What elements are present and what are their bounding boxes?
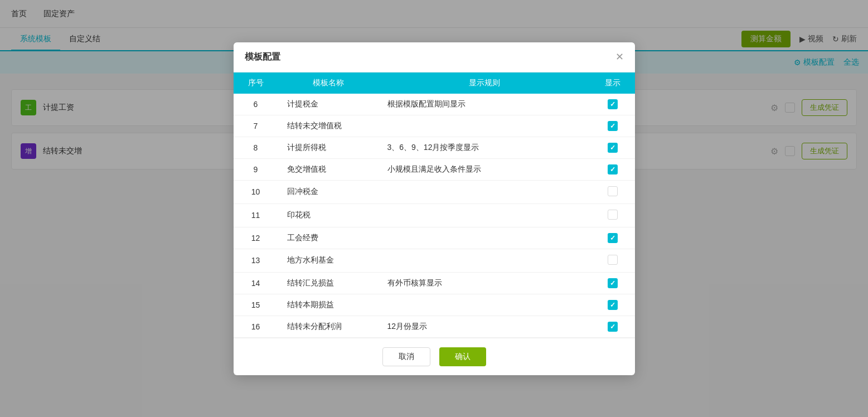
checkbox-6[interactable] [608, 233, 618, 243]
checkbox-0[interactable] [608, 99, 618, 109]
cell-id-10: 16 [234, 316, 278, 337]
cell-check-5 [590, 203, 635, 227]
cell-rule-3: 小规模且满足收入条件显示 [379, 158, 590, 180]
checkbox-8[interactable] [608, 278, 618, 288]
cell-id-4: 10 [234, 180, 278, 203]
modal-confirm-button[interactable]: 确认 [439, 347, 486, 366]
cell-name-5: 印花税 [278, 203, 379, 227]
cell-check-0 [590, 94, 635, 115]
checkbox-2[interactable] [608, 143, 618, 153]
cell-name-1: 结转未交增值税 [278, 115, 379, 137]
modal-template-config: 模板配置 ✕ 序号 模板名称 显示规则 显示 6计提税金根据模版配置期间 [234, 42, 635, 375]
modal-footer: 取消 确认 [234, 338, 635, 375]
cell-rule-0: 根据模版配置期间显示 [379, 94, 590, 115]
col-header-name: 模板名称 [278, 72, 379, 94]
cell-id-9: 15 [234, 294, 278, 316]
cell-id-5: 11 [234, 203, 278, 227]
table-row: 6计提税金根据模版配置期间显示 [234, 94, 635, 115]
col-header-id: 序号 [234, 72, 278, 94]
cell-id-2: 8 [234, 137, 278, 158]
table-row: 9免交增值税小规模且满足收入条件显示 [234, 158, 635, 180]
checkbox-5[interactable] [608, 210, 618, 220]
cell-name-8: 结转汇兑损益 [278, 272, 379, 294]
cell-check-9 [590, 294, 635, 316]
table-row: 11印花税 [234, 203, 635, 227]
table-row: 12工会经费 [234, 227, 635, 249]
cell-id-8: 14 [234, 272, 278, 294]
checkbox-9[interactable] [608, 300, 618, 310]
checkbox-1[interactable] [608, 121, 618, 131]
cell-rule-4 [379, 180, 590, 203]
modal-title: 模板配置 [245, 51, 280, 63]
cell-id-7: 13 [234, 249, 278, 272]
cell-id-1: 7 [234, 115, 278, 137]
cell-name-0: 计提税金 [278, 94, 379, 115]
cell-rule-5 [379, 203, 590, 227]
cell-name-3: 免交增值税 [278, 158, 379, 180]
cell-name-9: 结转本期损益 [278, 294, 379, 316]
background-page: 首页 固定资产 系统模板 自定义结 测算金额 ▶ 视频 ↻ 刷新 ⚙ 模板配置 … [0, 0, 868, 417]
cell-name-4: 回冲税金 [278, 180, 379, 203]
cell-rule-7 [379, 249, 590, 272]
cell-rule-1 [379, 115, 590, 137]
cell-check-10 [590, 316, 635, 337]
cell-rule-6 [379, 227, 590, 249]
cell-name-7: 地方水利基金 [278, 249, 379, 272]
checkbox-3[interactable] [608, 164, 618, 174]
config-table: 序号 模板名称 显示规则 显示 6计提税金根据模版配置期间显示7结转未交增值税8… [234, 72, 635, 338]
table-row: 7结转未交增值税 [234, 115, 635, 137]
cell-rule-8: 有外币核算显示 [379, 272, 590, 294]
cell-id-0: 6 [234, 94, 278, 115]
cell-name-6: 工会经费 [278, 227, 379, 249]
table-row: 10回冲税金 [234, 180, 635, 203]
cell-id-6: 12 [234, 227, 278, 249]
cell-name-2: 计提所得税 [278, 137, 379, 158]
checkbox-4[interactable] [608, 186, 618, 196]
checkbox-10[interactable] [608, 322, 618, 332]
cell-check-8 [590, 272, 635, 294]
cell-name-10: 结转未分配利润 [278, 316, 379, 337]
cell-check-2 [590, 137, 635, 158]
cell-check-4 [590, 180, 635, 203]
table-row: 15结转本期损益 [234, 294, 635, 316]
cell-check-3 [590, 158, 635, 180]
table-row: 8计提所得税3、6、9、12月按季度显示 [234, 137, 635, 158]
modal-header: 模板配置 ✕ [234, 42, 635, 72]
col-header-show: 显示 [590, 72, 635, 94]
modal-close-button[interactable]: ✕ [615, 52, 624, 62]
cell-rule-10: 12月份显示 [379, 316, 590, 337]
modal-body: 序号 模板名称 显示规则 显示 6计提税金根据模版配置期间显示7结转未交增值税8… [234, 72, 635, 338]
checkbox-7[interactable] [608, 255, 618, 265]
cell-rule-9 [379, 294, 590, 316]
table-row: 16结转未分配利润12月份显示 [234, 316, 635, 337]
table-row: 13地方水利基金 [234, 249, 635, 272]
cell-check-7 [590, 249, 635, 272]
col-header-rule: 显示规则 [379, 72, 590, 94]
cell-check-1 [590, 115, 635, 137]
table-row: 14结转汇兑损益有外币核算显示 [234, 272, 635, 294]
modal-overlay: 模板配置 ✕ 序号 模板名称 显示规则 显示 6计提税金根据模版配置期间 [0, 0, 868, 417]
cell-check-6 [590, 227, 635, 249]
cell-rule-2: 3、6、9、12月按季度显示 [379, 137, 590, 158]
cell-id-3: 9 [234, 158, 278, 180]
modal-cancel-button[interactable]: 取消 [382, 347, 430, 366]
